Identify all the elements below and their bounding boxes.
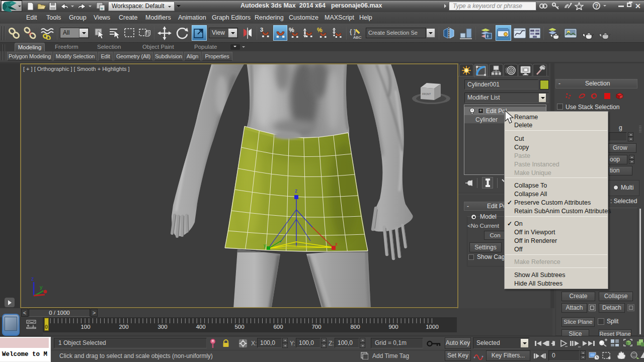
svg-text:ABC: ABC bbox=[353, 35, 362, 40]
svg-text:FRONT: FRONT bbox=[422, 93, 431, 96]
svg-text:3: 3 bbox=[260, 27, 263, 33]
svg-text:x: x bbox=[335, 241, 338, 247]
svg-text:{ }: { } bbox=[350, 28, 356, 35]
svg-text:%: % bbox=[317, 27, 323, 34]
svg-text:y: y bbox=[264, 243, 266, 248]
svg-text:%: % bbox=[289, 27, 294, 34]
svg-text:y: y bbox=[40, 284, 43, 290]
svg-text:z: z bbox=[295, 188, 297, 194]
svg-text:z: z bbox=[31, 276, 34, 282]
